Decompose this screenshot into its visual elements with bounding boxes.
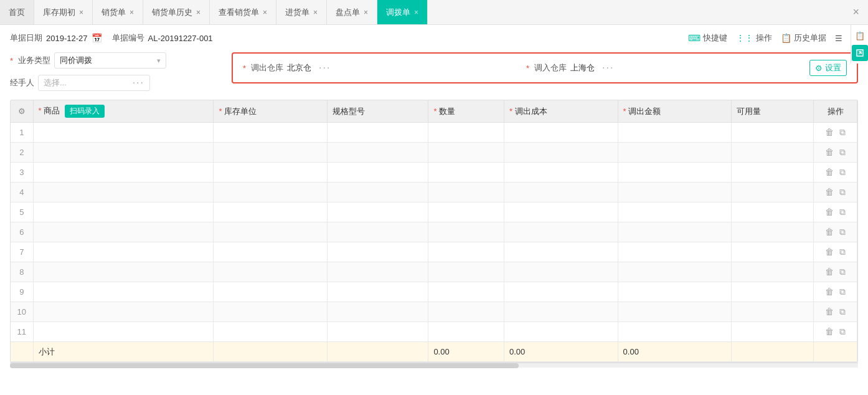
tab-close-stocktake[interactable]: × [364, 8, 368, 17]
cell-qty[interactable] [428, 322, 504, 342]
cell-qty[interactable] [428, 262, 504, 282]
copy-icon[interactable]: ⧉ [839, 307, 846, 316]
tab-purchase-order[interactable]: 进货单 × [276, 0, 327, 24]
cell-unit[interactable] [214, 222, 328, 242]
copy-icon[interactable]: ⧉ [839, 147, 846, 157]
tab-close-view-sales[interactable]: × [263, 8, 267, 17]
horizontal-scrollbar[interactable] [10, 363, 858, 368]
cell-spec[interactable] [328, 322, 428, 342]
warehouse-out-more-icon[interactable]: ··· [319, 62, 331, 74]
cell-product[interactable] [33, 262, 214, 282]
cell-qty[interactable] [428, 222, 504, 242]
handler-more-icon[interactable]: ··· [133, 77, 144, 88]
cell-amount[interactable] [618, 282, 732, 302]
delete-icon[interactable]: 🗑 [825, 326, 834, 336]
copy-icon[interactable]: ⧉ [839, 127, 846, 137]
tab-inventory-init[interactable]: 库存期初 × [34, 0, 93, 24]
cell-amount[interactable] [618, 302, 732, 322]
copy-icon[interactable]: ⧉ [839, 267, 846, 277]
cell-product[interactable] [33, 163, 214, 183]
cell-amount[interactable] [618, 222, 732, 242]
tab-home[interactable]: 首页 [0, 0, 34, 24]
cell-unit[interactable] [214, 183, 328, 202]
cell-spec[interactable] [328, 143, 428, 163]
cell-amount[interactable] [618, 183, 732, 202]
cell-qty[interactable] [428, 163, 504, 183]
cell-cost[interactable] [504, 143, 618, 163]
copy-icon[interactable]: ⧉ [839, 326, 846, 336]
cell-spec[interactable] [328, 282, 428, 302]
cell-unit[interactable] [214, 202, 328, 222]
cell-cost[interactable] [504, 163, 618, 183]
cell-unit[interactable] [214, 282, 328, 302]
tab-transfer[interactable]: 调拨单 × [377, 0, 428, 24]
cell-unit[interactable] [214, 322, 328, 342]
delete-icon[interactable]: 🗑 [825, 287, 834, 297]
tab-stocktake[interactable]: 盘点单 × [327, 0, 377, 24]
tab-sales-order[interactable]: 销货单 × [93, 0, 143, 24]
copy-icon[interactable]: ⧉ [839, 167, 846, 177]
cell-unit[interactable] [214, 123, 328, 143]
cell-amount[interactable] [618, 163, 732, 183]
cell-spec[interactable] [328, 123, 428, 143]
shortcuts-button[interactable]: ⌨ 快捷键 [688, 32, 727, 44]
cell-spec[interactable] [328, 302, 428, 322]
cell-unit[interactable] [214, 163, 328, 183]
tab-close-sales-order[interactable]: × [130, 8, 134, 17]
cell-cost[interactable] [504, 262, 618, 282]
cell-cost[interactable] [504, 282, 618, 302]
cell-qty[interactable] [428, 242, 504, 262]
cell-amount[interactable] [618, 202, 732, 222]
cell-unit[interactable] [214, 262, 328, 282]
cell-qty[interactable] [428, 123, 504, 143]
cell-product[interactable] [33, 302, 214, 322]
cell-unit[interactable] [214, 143, 328, 163]
cell-spec[interactable] [328, 183, 428, 202]
cell-product[interactable] [33, 282, 214, 302]
calendar-icon[interactable]: 📅 [92, 33, 102, 43]
cell-cost[interactable] [504, 222, 618, 242]
cell-qty[interactable] [428, 302, 504, 322]
copy-icon[interactable]: ⧉ [839, 227, 846, 237]
cell-unit[interactable] [214, 242, 328, 262]
cell-spec[interactable] [328, 202, 428, 222]
cell-cost[interactable] [504, 183, 618, 202]
settings-button[interactable]: ⚙ 设置 [809, 60, 847, 76]
delete-icon[interactable]: 🗑 [825, 167, 834, 177]
cell-spec[interactable] [328, 163, 428, 183]
warehouse-in-more-icon[interactable]: ··· [602, 62, 614, 74]
tab-close-purchase-order[interactable]: × [313, 8, 318, 17]
tab-close-inventory-init[interactable]: × [79, 8, 83, 17]
cell-product[interactable] [33, 242, 214, 262]
cell-amount[interactable] [618, 322, 732, 342]
cell-qty[interactable] [428, 183, 504, 202]
sidebar-export-icon[interactable] [852, 45, 868, 61]
table-gear-header[interactable]: ⚙ [11, 100, 33, 123]
cell-product[interactable] [33, 183, 214, 202]
delete-icon[interactable]: 🗑 [825, 307, 834, 316]
delete-icon[interactable]: 🗑 [825, 187, 834, 197]
cell-qty[interactable] [428, 282, 504, 302]
cell-product[interactable] [33, 222, 214, 242]
handler-select[interactable]: 选择... ··· [38, 75, 150, 91]
tab-view-sales[interactable]: 查看销货单 × [210, 0, 276, 24]
cell-cost[interactable] [504, 202, 618, 222]
cell-product[interactable] [33, 143, 214, 163]
cell-amount[interactable] [618, 262, 732, 282]
cell-cost[interactable] [504, 123, 618, 143]
scrollbar-thumb[interactable] [10, 363, 519, 368]
cell-product[interactable] [33, 123, 214, 143]
window-close-button[interactable]: × [844, 0, 868, 24]
delete-icon[interactable]: 🗑 [825, 267, 834, 277]
cell-spec[interactable] [328, 222, 428, 242]
delete-icon[interactable]: 🗑 [825, 227, 834, 237]
layout-toggle-list[interactable]: ☰ [835, 34, 842, 43]
history-button[interactable]: 📋 历史单据 [781, 32, 826, 44]
cell-amount[interactable] [618, 242, 732, 262]
delete-icon[interactable]: 🗑 [825, 147, 834, 157]
tab-sales-history[interactable]: 销货单历史 × [143, 0, 210, 24]
cell-qty[interactable] [428, 143, 504, 163]
delete-icon[interactable]: 🗑 [825, 127, 834, 137]
cell-cost[interactable] [504, 322, 618, 342]
scan-button[interactable]: 扫码录入 [65, 105, 105, 118]
